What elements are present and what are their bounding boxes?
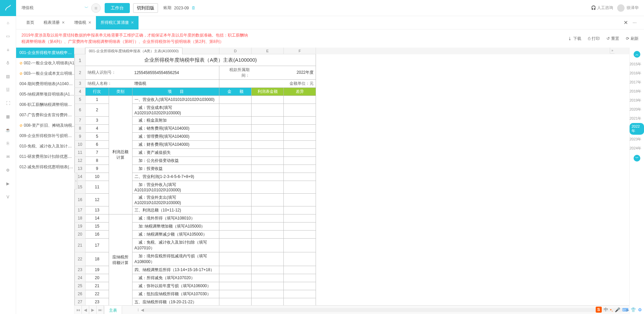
cell-value[interactable] xyxy=(219,238,252,252)
ime-punct-icon[interactable]: •, xyxy=(610,307,613,312)
cell-value[interactable] xyxy=(252,282,284,290)
cell-value[interactable] xyxy=(252,290,284,298)
cell-value[interactable] xyxy=(219,206,252,214)
cell-value[interactable] xyxy=(219,252,252,266)
cell-value[interactable] xyxy=(284,266,316,274)
year-item[interactable]: 2020年 xyxy=(630,105,644,114)
cell-value[interactable] xyxy=(219,230,252,238)
cell-value[interactable] xyxy=(252,238,284,252)
cell-value[interactable] xyxy=(219,222,252,230)
cell-rowno[interactable]: 18 xyxy=(85,252,109,266)
spreadsheet-grid[interactable]: 1企业所得税年度纳税申报表（A类）主表(A100000) 2 纳税人识别号： 1… xyxy=(74,54,629,305)
cell-value[interactable] xyxy=(252,266,284,274)
cell-value[interactable] xyxy=(284,140,316,148)
cell-rowno[interactable]: 16 xyxy=(85,230,109,238)
cell-value[interactable] xyxy=(219,96,252,104)
cell-item[interactable]: 四、纳税调整后所得（13-14+15-16-17+18） xyxy=(132,266,219,274)
cell-value[interactable] xyxy=(252,148,284,156)
cell-rowno[interactable]: 7 xyxy=(85,148,109,156)
nav-settings-icon[interactable]: ⚙ xyxy=(0,164,16,177)
cell-value[interactable] xyxy=(219,181,252,193)
cell-item[interactable]: 减：营业成本(填写A102010\102020\103000) xyxy=(132,104,219,116)
company-selector[interactable]: 增值税 ﹀ xyxy=(21,5,89,11)
cell-value[interactable] xyxy=(252,193,284,206)
cell-value[interactable] xyxy=(284,96,316,104)
cell-value[interactable] xyxy=(284,132,316,140)
close-icon[interactable]: ✕ xyxy=(62,20,65,25)
cell-value[interactable] xyxy=(219,274,252,282)
cell-item[interactable]: 减：资产减值损失 xyxy=(132,148,219,156)
nav-video-icon[interactable]: ▶ xyxy=(0,177,16,190)
cell-rowno[interactable]: 5 xyxy=(85,132,109,140)
form-list-item[interactable]: ⊘003-一般企业成本支出明细… xyxy=(16,68,74,79)
year-item[interactable]: 2019年 xyxy=(630,96,644,105)
cell-rowno[interactable]: 2 xyxy=(85,104,109,116)
form-list-item[interactable]: 011-研发费用加计扣除优惠… xyxy=(16,151,74,162)
cell-value[interactable] xyxy=(284,238,316,252)
form-list-item[interactable]: 006-职工薪酬纳税调整明细… xyxy=(16,100,74,110)
form-list-item[interactable]: ⊘002-一般企业收入明细表(A1… xyxy=(16,58,74,68)
cell-item[interactable]: 加：公允价值变动收益 xyxy=(132,156,219,165)
cell-value[interactable] xyxy=(284,282,316,290)
cell-rowno[interactable]: 13 xyxy=(85,206,109,214)
cell-value[interactable] xyxy=(219,290,252,298)
form-list-item[interactable]: 005-纳税调整项目明细表(A1… xyxy=(16,89,74,100)
cell-rowno[interactable]: 20 xyxy=(85,274,109,282)
year-item[interactable]: 2016年 xyxy=(630,69,644,78)
cell-value[interactable] xyxy=(252,230,284,238)
year-up-icon[interactable]: ︽ xyxy=(634,51,640,58)
cell-value[interactable] xyxy=(219,165,252,173)
cell-value[interactable] xyxy=(219,298,252,305)
refresh-button[interactable]: ⟳刷新 xyxy=(626,36,639,42)
cell-item[interactable]: 减：销售费用(填写A104000) xyxy=(132,124,219,132)
cell-rowno[interactable]: 3 xyxy=(85,116,109,124)
nav-money-icon[interactable]: ♁ xyxy=(0,56,16,70)
ime-tools-icon[interactable]: ⚙ xyxy=(638,307,642,312)
cell-rowno[interactable]: 4 xyxy=(85,124,109,132)
tab-tax-list[interactable]: 税表清册✕ xyxy=(39,16,69,29)
cell-value[interactable] xyxy=(219,116,252,124)
ime-mic-icon[interactable]: 🎤 xyxy=(615,307,620,312)
cell-value[interactable] xyxy=(252,140,284,148)
ime-logo-icon[interactable]: S xyxy=(596,307,602,313)
cell-value[interactable] xyxy=(219,173,252,181)
collapse-handle[interactable]: ‹ xyxy=(74,173,78,189)
cell-value[interactable] xyxy=(284,124,316,132)
nav-chart-icon[interactable]: ⩍ xyxy=(0,43,16,56)
nav-export-icon[interactable]: ⎘ xyxy=(0,137,16,150)
cell-rowno[interactable]: 21 xyxy=(85,282,109,290)
cell-value[interactable] xyxy=(219,193,252,206)
user-menu[interactable]: 徐泽华 xyxy=(617,4,639,12)
cell-value[interactable] xyxy=(252,173,284,181)
cell-rowno[interactable]: 1 xyxy=(85,96,109,104)
cell-item[interactable]: 加：境外应税所得抵减境内亏损（填写A108000） xyxy=(132,252,219,266)
cell-rowno[interactable]: 23 xyxy=(85,298,109,305)
period-value[interactable]: 2023-09 xyxy=(174,6,189,10)
nav-inbox-icon[interactable]: ✉ xyxy=(0,150,16,164)
tab-home[interactable]: 首页 xyxy=(21,16,39,29)
cell-rowno[interactable]: 8 xyxy=(85,156,109,165)
cell-value[interactable] xyxy=(284,252,316,266)
year-item[interactable]: 2015年 xyxy=(630,60,644,69)
hscroll-left[interactable]: ◀ xyxy=(141,308,144,312)
nav-home-icon[interactable]: ⌂ xyxy=(0,16,16,29)
tab-income-tax[interactable]: 所得税汇算清缴✕ xyxy=(96,16,139,29)
cell-value[interactable] xyxy=(252,116,284,124)
cell-rowno[interactable]: 12 xyxy=(85,193,109,206)
cell-value[interactable] xyxy=(284,104,316,116)
cell-value[interactable] xyxy=(252,222,284,230)
cell-rowno[interactable]: 10 xyxy=(85,173,109,181)
cell-item[interactable]: 减：弥补以前年度亏损（填写A106000） xyxy=(132,282,219,290)
form-list-item[interactable]: 004-期间费用明细表(A1040… xyxy=(16,79,74,89)
more-tabs-icon[interactable]: ⋯ xyxy=(631,20,639,25)
cell-item[interactable]: 减：纳税调整减少额（填写A105000） xyxy=(132,230,219,238)
cell-value[interactable] xyxy=(252,298,284,305)
cell-rowno[interactable]: 19 xyxy=(85,266,109,274)
year-item[interactable]: 2021年 xyxy=(630,114,644,123)
workbench-button[interactable]: 工作台 xyxy=(105,3,130,13)
cell-value[interactable] xyxy=(219,156,252,165)
cell-rowno[interactable]: 22 xyxy=(85,290,109,298)
cell-rowno[interactable]: 6 xyxy=(85,140,109,148)
ime-keyboard-icon[interactable]: ⌨ xyxy=(622,307,629,312)
cell-value[interactable] xyxy=(219,148,252,156)
